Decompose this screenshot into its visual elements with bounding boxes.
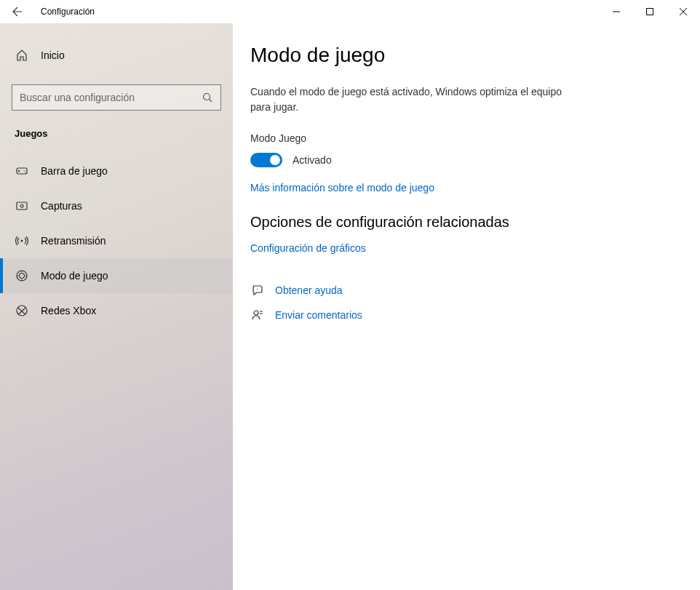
graphics-settings-link[interactable]: Configuración de gráficos [250,242,671,254]
toggle-state-label: Activado [293,154,332,166]
sidebar-item-captures[interactable]: Capturas [0,188,233,223]
description-text: Cuando el modo de juego está activado, W… [250,84,563,115]
get-help-row: Obtener ayuda [250,283,671,298]
svg-point-10 [254,311,258,315]
sidebar-item-label: Barra de juego [41,165,108,177]
search-icon [202,92,213,103]
feedback-row: Enviar comentarios [250,308,671,322]
home-icon [15,48,29,63]
feedback-link[interactable]: Enviar comentarios [275,309,362,321]
search-box[interactable] [12,84,221,111]
page-title: Modo de juego [250,44,671,67]
maximize-icon [646,8,653,15]
svg-point-7 [20,274,25,279]
sidebar-item-broadcast[interactable]: Retransmisión [0,223,233,258]
svg-point-9 [257,289,258,290]
sidebar-item-xbox[interactable]: Redes Xbox [0,293,233,328]
sidebar-item-label: Capturas [41,200,82,212]
toggle-field-label: Modo Juego [250,132,671,144]
feedback-icon [250,308,265,322]
sidebar: Inicio Juegos Barra de juego Capturas [0,23,233,590]
related-heading: Opciones de configuración relacionadas [250,214,671,231]
minimize-icon [613,8,620,15]
back-button[interactable] [6,0,29,23]
svg-rect-3 [17,202,27,210]
svg-point-5 [21,240,23,242]
sidebar-item-label: Redes Xbox [41,305,96,316]
help-icon [250,283,265,298]
svg-point-1 [204,94,210,100]
get-help-link[interactable]: Obtener ayuda [275,284,343,296]
home-nav[interactable]: Inicio [0,41,233,70]
maximize-button[interactable] [633,0,667,23]
game-mode-toggle[interactable] [250,153,282,167]
broadcast-icon [15,234,29,248]
gamebar-icon [15,164,29,178]
window-title: Configuración [41,7,95,17]
captures-icon [15,199,29,213]
sidebar-item-game-bar[interactable]: Barra de juego [0,154,233,188]
search-input[interactable] [20,92,202,103]
nav-list: Barra de juego Capturas Retransmisión Mo… [0,154,233,328]
sidebar-item-game-mode[interactable]: Modo de juego [0,258,233,293]
close-button[interactable] [667,0,700,23]
category-label: Juegos [15,128,218,139]
svg-rect-0 [647,9,653,15]
sidebar-item-label: Modo de juego [41,270,108,282]
sidebar-item-label: Retransmisión [41,235,106,247]
close-icon [680,8,687,15]
gamemode-icon [15,268,29,283]
learn-more-link[interactable]: Más información sobre el modo de juego [250,182,671,194]
xbox-icon [15,303,29,318]
arrow-left-icon [12,6,23,17]
svg-point-4 [20,204,23,207]
minimize-button[interactable] [600,0,633,23]
main-content: Modo de juego Cuando el modo de juego es… [233,23,700,590]
toggle-row: Activado [250,153,671,167]
titlebar: Configuración [0,0,700,23]
home-label: Inicio [41,49,65,61]
svg-point-6 [17,271,27,281]
